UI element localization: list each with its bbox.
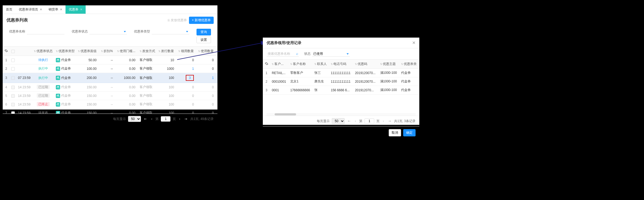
table-row[interactable]: 4 14 23:59 已过期 代代金券 150.00 -- 0.00 客户领取 … xyxy=(3,83,217,92)
row-checkbox[interactable] xyxy=(10,83,16,92)
col-issue[interactable]: 发行数量 xyxy=(157,47,177,56)
filter-status-select[interactable] xyxy=(89,29,127,34)
modal-body: 客户... 客户名称 联系人 电话号码 优惠码 优惠主题 优惠券类 1 RETA… xyxy=(263,59,419,113)
cell-used[interactable]: 1 xyxy=(197,73,216,83)
close-icon[interactable]: ✕ xyxy=(40,8,42,11)
next-page-button[interactable]: › xyxy=(178,117,181,121)
tab-2[interactable]: 销货单✕ xyxy=(45,5,66,14)
cell-used: 0 xyxy=(197,100,216,109)
header-actions: ⎘ 发放优惠券 新增优惠券 xyxy=(168,17,214,24)
cell-contact: 唐先生 xyxy=(313,77,329,86)
row-checkbox[interactable] xyxy=(10,100,16,109)
cell-status: 执行中 xyxy=(32,64,54,73)
col-threshold[interactable]: 使用门槛... xyxy=(115,47,138,56)
mcol-code[interactable]: 客户... xyxy=(270,60,289,69)
cell-received[interactable]: 3 xyxy=(177,73,197,83)
cell-issue: 100 xyxy=(157,83,177,92)
mcol-theme[interactable]: 优惠主题 xyxy=(379,60,400,69)
row-checkbox[interactable] xyxy=(10,109,16,114)
col-checkbox[interactable] xyxy=(10,47,16,56)
pagination-right: 每页显示 50 ⇤ ‹ 第 页 › ⇥ 共1页, 3条记录 xyxy=(263,116,419,126)
mcol-phone[interactable]: 电话号码 xyxy=(329,60,353,69)
next-page-button[interactable]: › xyxy=(382,119,385,123)
mcol-gear[interactable] xyxy=(263,60,270,69)
close-icon[interactable]: ✕ xyxy=(412,40,416,45)
col-used[interactable]: 使用数量 xyxy=(197,47,216,56)
gear-icon[interactable] xyxy=(4,49,8,53)
close-icon[interactable]: ✕ xyxy=(80,8,82,11)
cell-contact: 张三 xyxy=(313,69,329,77)
page-title: 优惠券列表 xyxy=(6,17,28,23)
page-input[interactable] xyxy=(365,118,374,124)
cell-received[interactable]: 1 xyxy=(177,64,197,73)
cell-discount: -- xyxy=(99,64,116,73)
table-row[interactable]: 3 0001 17666666666 张 156 6666 6... 20191… xyxy=(263,86,419,94)
cell-cust-code: RETAIL... xyxy=(270,69,289,77)
cell-cust-name: 17666666666 xyxy=(289,86,313,94)
modal-search-input[interactable] xyxy=(267,51,299,57)
cell-actions: ⇱▦ xyxy=(216,73,217,83)
modal-status-select[interactable] xyxy=(312,51,350,57)
table-row[interactable]: 2 执行中 代代金券 100.00 -- 0.00 客户领取 1000 1 0 … xyxy=(3,64,217,73)
first-page-button[interactable]: ⇤ xyxy=(143,117,148,121)
per-page-select[interactable]: 50 xyxy=(128,116,141,122)
settings-button[interactable]: 设置 xyxy=(197,37,211,43)
mcol-name[interactable]: 客户名称 xyxy=(289,60,313,69)
confirm-button[interactable]: 确定 xyxy=(403,129,416,136)
cell-discount: -- xyxy=(99,92,116,100)
filter-name-input[interactable] xyxy=(27,29,64,34)
filter-bar: 优惠券名称 优惠券状态 优惠券类型 查询 设置 xyxy=(3,27,217,46)
gear-icon[interactable] xyxy=(265,62,268,66)
row-checkbox[interactable] xyxy=(10,56,16,64)
col-method[interactable]: 发放方式 xyxy=(138,47,157,56)
row-checkbox[interactable] xyxy=(10,73,16,83)
prev-page-button[interactable]: ‹ xyxy=(354,119,357,123)
page-input[interactable] xyxy=(161,116,170,122)
cell-used: 0 xyxy=(197,56,216,64)
table-row[interactable]: 2 00010001 北京1 唐先生 11111111111 201912007… xyxy=(263,77,419,86)
col-received[interactable]: 领用数量 xyxy=(177,47,197,56)
row-number: 5 xyxy=(3,92,10,100)
add-coupon-button[interactable]: 新增优惠券 xyxy=(189,17,214,24)
col-gear[interactable] xyxy=(3,47,10,56)
table-row[interactable]: 1 RETAIL... 零散客户 张三 11111111111 20191200… xyxy=(263,69,419,77)
col-discount[interactable]: 折扣% xyxy=(99,47,116,56)
close-icon[interactable]: ✕ xyxy=(60,8,62,11)
mcol-contact[interactable]: 联系人 xyxy=(313,60,329,69)
prev-page-button[interactable]: ‹ xyxy=(150,117,153,121)
row-checkbox[interactable] xyxy=(10,64,16,73)
cell-method: 客户领取 xyxy=(138,109,157,114)
col-status[interactable]: 优惠券状态 xyxy=(32,47,54,56)
table-row[interactable]: 7 14 23:59 待发布 代代金券 150.00 -- 0.00 客户领取 … xyxy=(3,109,217,114)
last-page-button[interactable]: ⇥ xyxy=(387,119,392,123)
table-scroll[interactable]: 优惠券状态 优惠券类型 优惠券面值 折扣% 使用门槛... 发放方式 发行数量 … xyxy=(3,46,217,114)
row-checkbox[interactable] xyxy=(10,92,16,100)
table-row[interactable]: 5 14 23:59 已过期 代代金券 150.00 -- 0.00 客户领取 … xyxy=(3,92,217,100)
filter-type-label: 优惠券类型 xyxy=(134,29,150,34)
cell-vcode: 2019120070... xyxy=(353,69,378,77)
tab-3[interactable]: 优惠券✕ xyxy=(66,5,86,14)
cell-discount: -- xyxy=(99,83,116,92)
search-button[interactable]: 查询 xyxy=(197,29,211,35)
tab-1[interactable]: 优惠券详情页✕ xyxy=(16,5,45,14)
filter-type-select[interactable] xyxy=(152,29,189,34)
scrollbar-thumb[interactable] xyxy=(275,113,296,115)
table-row[interactable]: 3 07 23:59 执行中 代代金券 200.00 -- 1000.00 客户… xyxy=(3,73,217,83)
search-icon[interactable]: ⌕ xyxy=(296,52,298,56)
checkbox-all[interactable] xyxy=(11,50,15,53)
row-number: 3 xyxy=(3,73,10,83)
cell-actions: ⇱▦ xyxy=(216,64,217,73)
col-face[interactable]: 优惠券面值 xyxy=(76,47,99,56)
per-page-select[interactable]: 50 xyxy=(332,118,345,124)
table-row[interactable]: 1 待执行 代代金券 50.00 -- 0.00 客户领取 10 0 0 ⇱▦ xyxy=(3,56,217,64)
cancel-button[interactable]: 取消 xyxy=(389,129,401,136)
tab-0[interactable]: 首页 xyxy=(3,5,16,14)
mcol-vtype[interactable]: 优惠券类 xyxy=(399,60,419,69)
first-page-button[interactable]: ⇤ xyxy=(347,119,352,123)
table-row[interactable]: 6 14 23:59 已终止 代代金券 150.00 -- 0.00 客户领取 … xyxy=(3,100,217,109)
row-number: 4 xyxy=(3,83,10,92)
col-type[interactable]: 优惠券类型 xyxy=(54,47,76,56)
horizontal-scrollbar[interactable] xyxy=(267,113,416,116)
last-page-button[interactable]: ⇥ xyxy=(183,117,188,121)
mcol-vcode[interactable]: 优惠码 xyxy=(353,60,378,69)
